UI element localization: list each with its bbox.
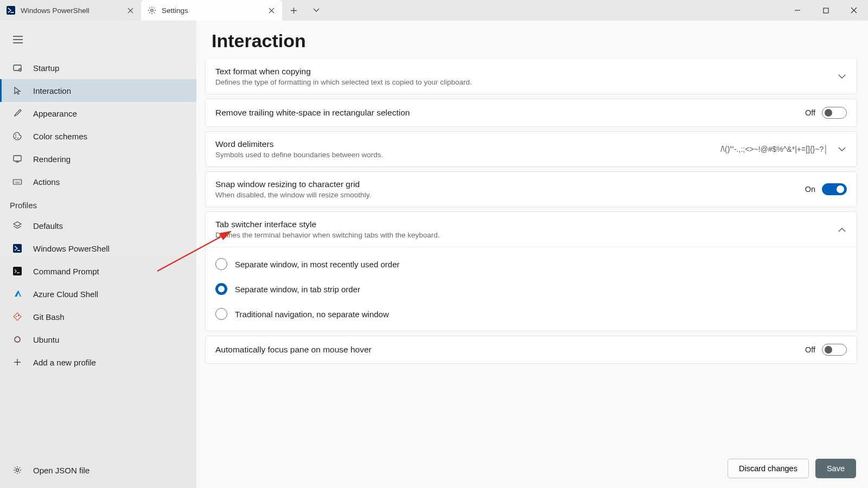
setting-title: Remove trailing white-space in rectangul… [215,108,796,118]
setting-word-delimiters[interactable]: Word delimiters Symbols used to define b… [205,131,857,167]
toggle-state-label: Off [805,345,815,354]
tab-powershell[interactable]: Windows PowerShell [0,0,141,21]
sidebar-item-profile-gitbash[interactable]: Git Bash [0,305,196,328]
powershell-icon [7,6,15,15]
sidebar-item-startup[interactable]: Startup [0,56,196,79]
hamburger-menu-button[interactable] [9,30,27,49]
sidebar-item-defaults[interactable]: Defaults [0,214,196,237]
setting-description: Defines the terminal behavior when switc… [215,231,828,239]
setting-description: Defines the type of formatting in which … [215,78,828,86]
radio-icon [215,308,227,320]
setting-remove-trailing-whitespace[interactable]: Remove trailing white-space in rectangul… [205,99,857,127]
svg-point-15 [17,336,18,338]
setting-title: Tab switcher interface style [215,220,828,229]
sidebar-item-actions[interactable]: Actions [0,170,196,193]
close-window-button[interactable] [840,0,868,21]
sidebar-item-appearance[interactable]: Appearance [0,102,196,125]
sidebar-item-color-schemes[interactable]: Color schemes [0,125,196,147]
minimize-button[interactable] [783,0,812,21]
svg-rect-9 [14,179,22,184]
window-controls [783,0,868,21]
sidebar-item-label: Rendering [33,155,71,164]
sidebar-item-rendering[interactable]: Rendering [0,147,196,170]
new-tab-button[interactable] [282,0,305,21]
svg-point-6 [15,137,16,138]
cmd-icon [11,265,23,277]
sidebar-item-label: Open JSON file [33,466,90,475]
svg-rect-2 [824,8,828,13]
setting-tab-switcher-style[interactable]: Tab switcher interface style Defines the… [205,211,857,331]
toggle-switch[interactable] [822,344,847,356]
radio-label: Traditional navigation, no separate wind… [235,310,389,319]
svg-point-18 [16,469,19,472]
tab-title: Windows PowerShell [21,7,120,15]
toggle-switch[interactable] [822,183,847,195]
gear-icon [148,6,156,15]
tab-dropdown-button[interactable] [305,0,328,21]
tab-title: Settings [162,7,261,15]
setting-title: Word delimiters [215,139,712,149]
svg-point-5 [15,134,16,136]
gitbash-icon [11,311,23,323]
sidebar-item-label: Defaults [33,221,63,230]
layers-icon [11,220,23,232]
profiles-header: Profiles [0,193,196,214]
discard-changes-button[interactable]: Discard changes [727,459,809,478]
sidebar-item-label: Actions [33,177,60,187]
setting-description: When disabled, the window will resize sm… [215,191,796,199]
chevron-down-icon [837,147,847,152]
maximize-button[interactable] [812,0,840,21]
radio-icon [215,258,227,270]
close-icon[interactable] [126,6,135,15]
chevron-up-icon [837,227,847,232]
sidebar-item-label: Color schemes [33,132,87,141]
sidebar-item-add-profile[interactable]: Add a new profile [0,351,196,374]
sidebar-item-profile-cmd[interactable]: Command Prompt [0,260,196,282]
sidebar-item-label: Interaction [33,86,71,95]
setting-text-format[interactable]: Text format when copying Defines the typ… [205,59,857,94]
sidebar-item-label: Ubuntu [33,335,59,344]
setting-description: Symbols used to define boundaries betwee… [215,151,712,159]
svg-point-12 [16,316,17,317]
toggle-state-label: On [805,185,815,194]
setting-value: /\()"'-.,:;<>~!@#$%^&*|+=[]{}~?│ [720,145,828,153]
radio-label: Separate window, in most recently used o… [235,260,400,269]
sidebar-item-label: Add a new profile [33,358,96,367]
page-title: Interaction [196,21,868,59]
azure-icon [11,288,23,300]
setting-snap-resize[interactable]: Snap window resizing to character grid W… [205,171,857,207]
gear-icon [11,464,23,476]
radio-option-mru[interactable]: Separate window, in most recently used o… [206,252,857,277]
radio-option-traditional[interactable]: Traditional navigation, no separate wind… [206,301,857,326]
sidebar-item-label: Appearance [33,109,77,118]
radio-label: Separate window, in tab strip order [235,285,360,294]
tab-settings[interactable]: Settings [141,0,282,21]
setting-title: Text format when copying [215,67,828,76]
svg-point-7 [17,138,18,139]
sidebar-item-label: Azure Cloud Shell [33,290,98,299]
plus-icon [11,356,23,368]
startup-icon [11,62,23,74]
sidebar-item-interaction[interactable]: Interaction [0,79,196,102]
sidebar: Startup Interaction Appearance Color sch… [0,21,196,488]
svg-point-1 [151,9,153,11]
svg-point-16 [19,340,21,342]
radio-icon [215,283,227,295]
cursor-icon [11,85,23,97]
sidebar-item-label: Windows PowerShell [33,244,110,253]
footer-buttons: Discard changes Save [196,449,868,488]
keyboard-icon [11,176,23,188]
monitor-icon [11,153,23,165]
sidebar-item-profile-ubuntu[interactable]: Ubuntu [0,328,196,351]
close-icon[interactable] [267,6,276,15]
settings-list[interactable]: Text format when copying Defines the typ… [196,59,868,449]
save-button[interactable]: Save [815,459,856,478]
sidebar-item-profile-azure[interactable]: Azure Cloud Shell [0,282,196,305]
setting-title: Automatically focus pane on mouse hover [215,345,796,355]
radio-group-tab-switcher: Separate window, in most recently used o… [206,247,857,331]
sidebar-item-profile-powershell[interactable]: Windows PowerShell [0,237,196,260]
setting-auto-focus-hover[interactable]: Automatically focus pane on mouse hover … [205,336,857,364]
toggle-switch[interactable] [822,107,847,119]
radio-option-tab-strip[interactable]: Separate window, in tab strip order [206,277,857,301]
sidebar-item-open-json[interactable]: Open JSON file [0,459,196,481]
